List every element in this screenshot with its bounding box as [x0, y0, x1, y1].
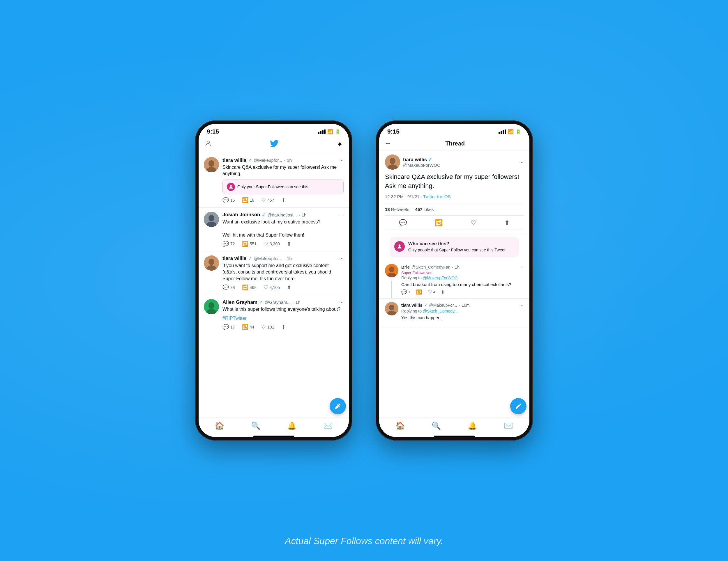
retweet-action-1[interactable]: 🔁 18 — [242, 197, 255, 204]
svg-point-2 — [208, 160, 214, 167]
reply-action-1[interactable]: 💬 15 — [222, 197, 235, 204]
reply-action-3[interactable]: 💬 38 — [222, 284, 235, 291]
reply-name-tiara-2: tiara willis — [401, 302, 423, 307]
compose-fab-1[interactable] — [330, 398, 346, 414]
thread-tweet-text: Skincare Q&A exclusive for my super foll… — [385, 173, 524, 191]
avatar-tiara-1[interactable] — [204, 157, 219, 172]
like-icon-1: ♡ — [261, 197, 266, 204]
nav-messages-1[interactable]: ✉️ — [323, 421, 333, 430]
avatar-tiara-3[interactable] — [204, 256, 219, 271]
thread-stats: 18 Retweets 457 Likes — [385, 203, 524, 216]
replying-to-handle-1[interactable]: @MakeupForWOC — [423, 276, 457, 280]
like-count-3: 4,105 — [270, 285, 280, 290]
retweet-action-2[interactable]: 🔁 551 — [242, 241, 257, 247]
like-action-3[interactable]: ♡ 4,105 — [264, 284, 280, 291]
svg-point-9 — [208, 259, 214, 265]
thread-tweet-more[interactable]: ··· — [519, 159, 524, 165]
reply-handle-brie: @Sktch_ComedyFan — [411, 265, 450, 270]
reply-more-brie[interactable]: ··· — [519, 264, 524, 270]
thread-tweet-header: tiara willis ✓ @MakeupForWOC ··· — [385, 155, 524, 170]
nav-search-2[interactable]: 🔍 — [432, 421, 441, 430]
reply-retweet-1[interactable]: 🔁 — [416, 289, 422, 295]
thread-reply-icon[interactable]: 💬 — [399, 219, 407, 227]
reply-header-2: tiara willis ✓ @MakeupFor... · 10m ··· — [401, 302, 524, 308]
reply-avatar-brie[interactable] — [385, 264, 398, 277]
sparkle-icon[interactable]: ✦ — [337, 140, 343, 149]
reply-reply-1[interactable]: 💬 1 — [401, 289, 410, 295]
svg-point-19 — [389, 267, 394, 273]
tweet-body-2: Josiah Johnson ✓ @daKingJosi... · 1h ···… — [222, 212, 344, 247]
avatar-allen[interactable] — [204, 299, 219, 314]
nav-notifications-1[interactable]: 🔔 — [287, 421, 296, 430]
tweet-more-2[interactable]: ··· — [339, 212, 344, 218]
retweet-stat[interactable]: 18 Retweets — [385, 207, 409, 212]
reply-time-val-tiara-2: 10m — [462, 303, 469, 307]
reply-count-3: 38 — [230, 285, 235, 290]
tweet-hashtag-4[interactable]: #RIPTwitter — [222, 315, 344, 321]
tweet-item-1: tiara willis ✓ @Makeupfor... · 1h ··· Sk… — [199, 153, 349, 208]
reply-avatar-tiara-2[interactable] — [385, 302, 398, 315]
reply-like-icon-1: ♡ — [428, 289, 432, 295]
reply-more-tiara-2[interactable]: ··· — [519, 302, 524, 308]
reply-action-2[interactable]: 💬 72 — [222, 241, 235, 247]
reply-like-1[interactable]: ♡ 4 — [428, 289, 435, 295]
tweet-body-3: tiara willis ✓ @Makeupfor... · 1h ··· If… — [222, 256, 344, 291]
thread-share-icon[interactable]: ⬆ — [504, 219, 510, 227]
like-icon-3: ♡ — [264, 284, 268, 291]
back-button[interactable]: ← — [385, 140, 391, 147]
share-action-3[interactable]: ⬆ — [287, 284, 291, 291]
signal-bars-2 — [499, 130, 506, 134]
nav-notifications-2[interactable]: 🔔 — [468, 421, 477, 430]
reply-action-4[interactable]: 💬 17 — [222, 324, 235, 330]
thread-retweet-icon[interactable]: 🔁 — [435, 219, 443, 227]
retweet-action-3[interactable]: 🔁 468 — [242, 284, 257, 291]
thread-more[interactable]: ··· — [519, 140, 524, 147]
signal-bars-1 — [318, 130, 326, 134]
tweet-time-val-4: 1h — [296, 300, 301, 304]
tweet-time-3: · — [284, 256, 285, 261]
compose-fab-2[interactable] — [510, 398, 526, 414]
nav-home-2[interactable]: 🏠 — [395, 421, 405, 430]
retweet-icon-1: 🔁 — [242, 197, 248, 204]
thread-like-icon[interactable]: ♡ — [471, 219, 476, 227]
tweet-more-3[interactable]: ··· — [339, 256, 344, 262]
retweet-action-4[interactable]: 🔁 44 — [242, 324, 255, 330]
thread-avatar-tiara[interactable] — [385, 155, 400, 170]
reply-text-brie: Can I breakout from using too many chemi… — [401, 281, 524, 287]
thread-meta: 12:32 PM · 9/1/21 · Twitter for iOS — [385, 194, 524, 199]
tweet-handle-2: @daKingJosi... — [267, 213, 297, 217]
share-action-2[interactable]: ⬆ — [287, 241, 291, 247]
avatar-josiah[interactable] — [204, 212, 219, 227]
tweet-more-1[interactable]: ··· — [339, 157, 344, 163]
tweet-name-1: tiara willis — [222, 158, 246, 163]
replying-to-handle-2[interactable]: @Sktch_Comedy... — [423, 309, 458, 313]
super-follow-info-box: Who can see this? Only people that Super… — [390, 237, 519, 257]
like-action-1[interactable]: ♡ 457 — [261, 197, 274, 204]
reply-actions-1: 💬 1 🔁 ♡ 4 ⬆ — [401, 289, 524, 295]
super-follow-info-text: Who can see this? Only people that Super… — [408, 241, 506, 253]
tweet-time-val-3: 1h — [287, 256, 292, 261]
retweet-count-2: 551 — [250, 242, 257, 246]
like-count-2: 3,300 — [270, 242, 280, 246]
retweet-icon-4: 🔁 — [242, 324, 248, 330]
wifi-icon-2: 📶 — [508, 129, 514, 135]
reply-verified-2: ✓ — [424, 303, 427, 307]
tweet-time-1: · — [284, 158, 285, 163]
nav-search-1[interactable]: 🔍 — [251, 421, 260, 430]
share-action-4[interactable]: ⬆ — [281, 324, 286, 330]
footer-text: Actual Super Follows content will vary. — [285, 536, 443, 546]
phone-1: 9:15 📶 🔋 — [195, 121, 352, 440]
like-action-4[interactable]: ♡ 101 — [261, 324, 274, 330]
share-action-1[interactable]: ⬆ — [281, 197, 286, 204]
nav-messages-2[interactable]: ✉️ — [504, 421, 513, 430]
reply-share-1[interactable]: ⬆ — [441, 289, 445, 295]
tweet-text-1: Skincare Q&A exclusive for my super foll… — [222, 164, 344, 177]
likes-stat[interactable]: 457 Likes — [415, 207, 434, 212]
profile-icon[interactable] — [204, 140, 212, 149]
tweet-header-1: tiara willis ✓ @Makeupfor... · 1h ··· — [222, 157, 344, 163]
like-action-2[interactable]: ♡ 3,300 — [264, 241, 280, 247]
tweet-more-4[interactable]: ··· — [339, 299, 344, 305]
nav-home-1[interactable]: 🏠 — [215, 421, 224, 430]
twitter-for-ios-link[interactable]: Twitter for iOS — [423, 194, 451, 199]
svg-point-4 — [230, 185, 232, 187]
